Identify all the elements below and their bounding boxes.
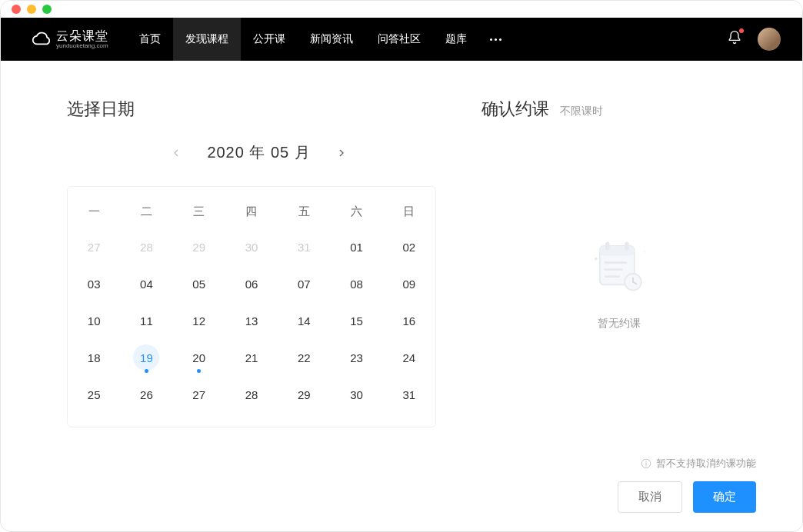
calendar-day[interactable]: 13 [225, 302, 278, 339]
header-bar: 云朵课堂 yunduoketang.com 首页发现课程公开课新闻资讯问答社区题… [1, 18, 802, 61]
cancel-notice: 暂不支持取消约课功能 [641, 457, 756, 470]
calendar-day[interactable]: 12 [173, 302, 225, 339]
next-month-button[interactable] [332, 144, 351, 162]
calendar-week-row: 18192021222324 [68, 339, 435, 376]
cancel-button[interactable]: 取消 [618, 481, 682, 513]
calendar-day[interactable]: 16 [383, 302, 435, 339]
calendar-day[interactable]: 23 [330, 339, 382, 376]
weekday-header: 一 [68, 195, 120, 228]
nav-item[interactable]: 问答社区 [365, 18, 433, 61]
calendar-day[interactable]: 02 [383, 228, 435, 265]
close-window-button[interactable] [12, 5, 21, 14]
empty-state-text: 暂无约课 [598, 317, 641, 331]
weekday-header: 日 [383, 195, 435, 228]
calendar-grid: 一二三四五六日 27282930310102030405060708091011… [67, 186, 436, 427]
calendar-day[interactable]: 22 [278, 339, 330, 376]
svg-rect-3 [625, 241, 628, 250]
weekday-header: 二 [120, 195, 172, 228]
logo-text: 云朵课堂 [56, 30, 108, 42]
calendar-day[interactable]: 24 [383, 339, 435, 376]
calendar-day: 31 [278, 228, 330, 265]
current-month-label: 2020 年 05 月 [207, 142, 310, 163]
nav-item[interactable]: 题库 [433, 18, 479, 61]
weekday-header-row: 一二三四五六日 [68, 195, 435, 228]
info-icon [641, 458, 651, 469]
weekday-header: 六 [330, 195, 382, 228]
weekday-header: 三 [173, 195, 225, 228]
notice-text: 暂不支持取消约课功能 [656, 457, 756, 470]
calendar-day[interactable]: 21 [225, 339, 278, 376]
app-window: 云朵课堂 yunduoketang.com 首页发现课程公开课新闻资讯问答社区题… [0, 0, 803, 532]
more-icon [490, 38, 501, 41]
calendar-day[interactable]: 15 [330, 302, 382, 339]
date-picker-panel: 选择日期 2020 年 05 月 一二三四五六日 272829303101020… [1, 61, 481, 531]
nav: 首页发现课程公开课新闻资讯问答社区题库 [127, 18, 479, 61]
calendar-week-row: 10111213141516 [68, 302, 435, 339]
chevron-left-icon [170, 147, 182, 159]
weekday-header: 五 [278, 195, 330, 228]
logo[interactable]: 云朵课堂 yunduoketang.com [30, 28, 108, 50]
calendar-day: 29 [173, 228, 225, 265]
svg-text:○: ○ [642, 248, 645, 254]
nav-item[interactable]: 新闻资讯 [298, 18, 365, 61]
calendar-day[interactable]: 09 [383, 265, 435, 302]
weekday-header: 四 [225, 195, 278, 228]
calendar-day[interactable]: 10 [68, 302, 120, 339]
calendar-day[interactable]: 30 [330, 376, 382, 413]
nav-more-button[interactable] [479, 38, 512, 41]
panel-footer: 暂不支持取消约课功能 取消 确定 [481, 441, 756, 513]
calendar-day[interactable]: 03 [68, 265, 120, 302]
calendar-day[interactable]: 14 [278, 302, 330, 339]
minimize-window-button[interactable] [27, 5, 36, 14]
event-dot-icon [197, 369, 201, 373]
calendar-day: 28 [120, 228, 172, 265]
calendar-day[interactable]: 11 [120, 302, 172, 339]
calendar-day[interactable]: 26 [120, 376, 172, 413]
select-date-title: 选择日期 [67, 98, 481, 121]
svg-rect-1 [599, 246, 634, 256]
calendar-day[interactable]: 29 [278, 376, 330, 413]
calendar-day[interactable]: 04 [120, 265, 172, 302]
calendar-day[interactable]: 07 [278, 265, 330, 302]
calendar-week-row: 25262728293031 [68, 376, 435, 413]
maximize-window-button[interactable] [42, 5, 52, 14]
calendar-day: 30 [225, 228, 278, 265]
confirm-booking-panel: 确认约课 不限课时 ✦ ○ [481, 61, 802, 531]
empty-state: ✦ ○ 暂无约课 [481, 121, 756, 441]
svg-text:✦: ✦ [592, 254, 598, 262]
confirm-booking-title: 确认约课 [481, 98, 549, 121]
calendar-header: 2020 年 05 月 [67, 142, 481, 163]
calendar-day: 27 [68, 228, 120, 265]
calendar-day[interactable]: 25 [68, 376, 120, 413]
calendar-day[interactable]: 28 [225, 376, 278, 413]
calendar-week-row: 03040506070809 [68, 265, 435, 302]
calendar-week-row: 27282930310102 [68, 228, 435, 265]
calendar-day[interactable]: 19 [120, 339, 172, 376]
chevron-right-icon [335, 147, 348, 159]
calendar-day[interactable]: 01 [330, 228, 382, 265]
cloud-logo-icon [30, 28, 52, 50]
avatar[interactable] [758, 28, 781, 51]
calendar-day[interactable]: 20 [173, 339, 225, 376]
booking-limit-label: 不限课时 [560, 105, 603, 118]
confirm-button[interactable]: 确定 [693, 481, 756, 513]
prev-month-button[interactable] [167, 144, 185, 162]
empty-calendar-icon: ✦ ○ [585, 232, 654, 301]
notifications-button[interactable] [727, 30, 742, 48]
nav-item[interactable]: 发现课程 [173, 18, 241, 61]
calendar-day[interactable]: 08 [330, 265, 382, 302]
calendar-day[interactable]: 05 [173, 265, 225, 302]
notification-badge [739, 28, 744, 33]
window-title-bar [1, 1, 802, 18]
nav-item[interactable]: 首页 [127, 18, 173, 61]
event-dot-icon [145, 369, 148, 373]
calendar-day[interactable]: 27 [173, 376, 225, 413]
calendar-day[interactable]: 18 [68, 339, 120, 376]
nav-item[interactable]: 公开课 [241, 18, 298, 61]
calendar-day[interactable]: 31 [383, 376, 435, 413]
logo-subtext: yunduoketang.com [56, 43, 108, 49]
content: 选择日期 2020 年 05 月 一二三四五六日 272829303101020… [1, 61, 802, 531]
calendar-day[interactable]: 06 [225, 265, 278, 302]
svg-rect-2 [605, 241, 609, 250]
